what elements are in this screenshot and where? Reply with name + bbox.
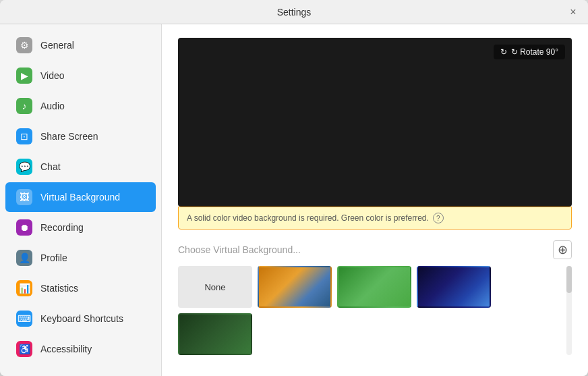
add-background-button[interactable]: ⊕ [553,240,572,259]
recording-label: Recording [40,222,84,233]
profile-label: Profile [40,252,67,263]
bg-thumb-space[interactable] [417,266,491,308]
keyboard-shortcuts-icon: ⌨ [16,311,32,327]
sidebar-item-statistics[interactable]: 📊Statistics [5,273,156,303]
chat-label: Chat [40,161,61,172]
scrollbar-track[interactable] [566,266,572,355]
add-icon: ⊕ [558,242,568,257]
title-bar: Settings × [0,0,588,24]
bg-grid-wrapper: None [178,266,572,355]
share-screen-icon: ⊡ [16,128,32,144]
help-icon[interactable]: ? [433,213,444,223]
settings-window: Settings × ⚙General▶Video♪Audio⊡Share Sc… [0,0,588,376]
sidebar-item-video[interactable]: ▶Video [5,61,156,90]
virtual-background-label: Virtual Background [40,192,120,203]
sidebar-item-audio[interactable]: ♪Audio [5,91,156,121]
bg-grid: None [178,266,572,355]
chat-icon: 💬 [16,159,32,175]
info-text: A solid color video background is requir… [187,213,429,223]
keyboard-shortcuts-label: Keyboard Shortcuts [40,313,123,324]
video-label: Video [40,70,65,81]
sidebar: ⚙General▶Video♪Audio⊡Share Screen💬Chat🖼V… [0,24,162,376]
window-title: Settings [277,7,312,18]
general-label: General [40,40,74,51]
chooser-label: Choose Virtual Background... [178,244,301,255]
scrollbar-thumb[interactable] [566,266,572,293]
profile-icon: 👤 [16,250,32,266]
bg-thumb-none[interactable]: None [178,266,252,308]
share-screen-label: Share Screen [40,131,98,142]
bg-label-none: None [204,282,225,292]
close-button[interactable]: × [566,5,580,19]
sidebar-item-recording[interactable]: ⏺Recording [5,213,156,242]
bg-thumb-forest[interactable] [178,313,252,355]
video-icon: ▶ [16,68,32,84]
rotate-icon: ↻ [500,47,507,57]
sidebar-item-chat[interactable]: 💬Chat [5,152,156,182]
info-bar: A solid color video background is requir… [178,207,572,230]
content-area: ⚙General▶Video♪Audio⊡Share Screen💬Chat🖼V… [0,24,588,376]
accessibility-label: Accessibility [40,344,92,354]
sidebar-item-general[interactable]: ⚙General [5,30,156,60]
main-panel: ↻ ↻ Rotate 90° A solid color video backg… [162,24,588,376]
bg-thumb-bridge[interactable] [258,266,332,308]
sidebar-item-keyboard-shortcuts[interactable]: ⌨Keyboard Shortcuts [5,304,156,333]
sidebar-item-profile[interactable]: 👤Profile [5,243,156,273]
statistics-label: Statistics [40,283,78,294]
bg-chooser-header: Choose Virtual Background... ⊕ [178,240,572,259]
statistics-icon: 📊 [16,280,32,296]
audio-label: Audio [40,101,65,111]
general-icon: ⚙ [16,37,32,53]
sidebar-item-accessibility[interactable]: ♿Accessibility [5,334,156,364]
rotate-button[interactable]: ↻ ↻ Rotate 90° [494,45,565,59]
sidebar-item-share-screen[interactable]: ⊡Share Screen [5,122,156,151]
rotate-label: ↻ Rotate 90° [511,47,558,57]
video-preview: ↻ ↻ Rotate 90° [178,38,572,207]
sidebar-item-virtual-background[interactable]: 🖼Virtual Background [5,182,156,212]
bg-thumb-grass[interactable] [337,266,411,308]
recording-icon: ⏺ [16,219,32,236]
audio-icon: ♪ [16,98,32,114]
virtual-background-icon: 🖼 [16,189,32,205]
accessibility-icon: ♿ [16,341,32,357]
